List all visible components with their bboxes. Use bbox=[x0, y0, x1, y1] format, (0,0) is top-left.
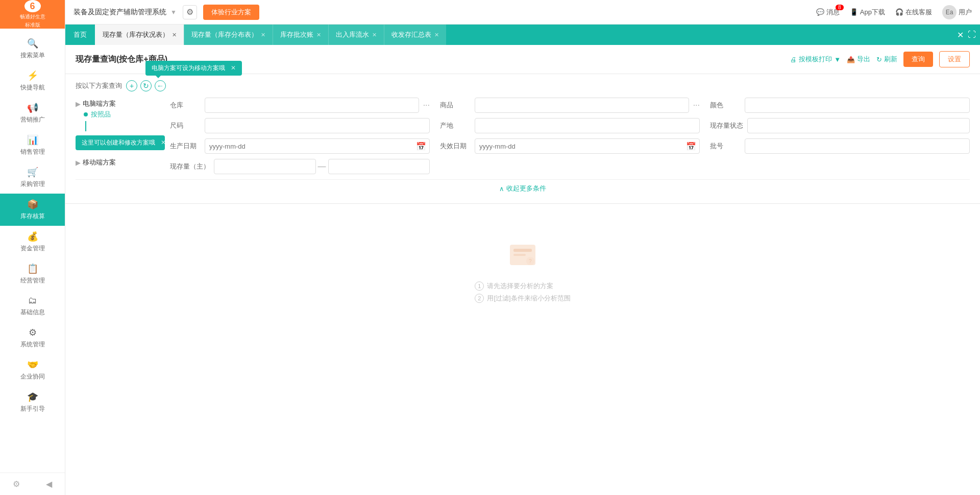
user-menu[interactable]: Ea 用户 bbox=[942, 5, 972, 19]
color-select[interactable] bbox=[745, 98, 970, 113]
expire-date-input[interactable]: 📅 bbox=[475, 138, 700, 154]
tab-close-icon[interactable]: ✕ bbox=[172, 32, 177, 38]
stock-status-select[interactable] bbox=[747, 118, 970, 133]
sidebar-settings-btn[interactable]: ⚙ bbox=[13, 479, 20, 489]
batch-input[interactable] bbox=[745, 138, 970, 154]
goods-input[interactable] bbox=[475, 98, 689, 113]
sidebar-item-system[interactable]: ⚙ 系统管理 bbox=[0, 322, 65, 354]
warehouse-input[interactable] bbox=[205, 98, 419, 113]
message-btn[interactable]: 💬 消息 8 bbox=[816, 8, 840, 17]
add-scheme-btn[interactable]: + bbox=[126, 80, 137, 91]
empty-hint-2-text: 用[过滤]条件来缩小分析范围 bbox=[487, 294, 570, 303]
tab-close-icon[interactable]: ✕ bbox=[372, 32, 377, 38]
sidebar-item-label: 库存核算 bbox=[20, 212, 45, 221]
sidebar-bottom: ⚙ ◀ bbox=[0, 473, 65, 495]
sidebar-item-label: 系统管理 bbox=[20, 340, 45, 349]
sidebar-collapse-btn[interactable]: ◀ bbox=[46, 479, 52, 489]
refresh-btn[interactable]: ↻ 刷新 bbox=[876, 55, 897, 64]
tab-label: 出入库流水 bbox=[336, 30, 369, 39]
empty-state: ? 1 请先选择要分析的方案 2 用[过滤]条件来缩小分析范围 bbox=[65, 204, 980, 334]
expire-date-text-input[interactable] bbox=[475, 143, 683, 150]
quicknav-icon: ⚡ bbox=[27, 70, 38, 81]
tab-home[interactable]: 首页 bbox=[65, 25, 95, 45]
empty-hint-2: 2 用[过滤]条件来缩小分析范围 bbox=[475, 294, 570, 303]
tooltip-edit-text: 这里可以创建和修改方案哦 bbox=[82, 139, 155, 146]
expire-date-calendar-icon[interactable]: 📅 bbox=[683, 142, 699, 151]
app-download-btn[interactable]: 📱 App下载 bbox=[850, 8, 885, 17]
tab-inventory-dist[interactable]: 现存量（库存分布表） ✕ bbox=[184, 25, 273, 45]
export-btn[interactable]: 📤 导出 bbox=[847, 55, 870, 64]
tooltip-edit-close[interactable]: ✕ bbox=[161, 139, 166, 146]
system-selector-arrow: ▼ bbox=[170, 9, 177, 16]
sidebar-item-sales[interactable]: 📊 销售管理 bbox=[0, 129, 65, 161]
gear-button[interactable]: ⚙ bbox=[183, 5, 197, 19]
tab-bar-right: ✕ ⛶ bbox=[953, 30, 980, 40]
refresh-scheme-btn[interactable]: ↻ bbox=[140, 80, 152, 91]
tab-close-icon[interactable]: ✕ bbox=[261, 32, 265, 38]
goods-dots[interactable]: ··· bbox=[693, 101, 700, 110]
warehouse-label: 仓库 bbox=[170, 101, 201, 110]
tab-close-all-icon[interactable]: ✕ bbox=[957, 30, 964, 40]
sidebar-item-guide[interactable]: 🎓 新手引导 bbox=[0, 386, 65, 418]
phone-icon: 📱 bbox=[850, 8, 858, 16]
tab-fullscreen-icon[interactable]: ⛶ bbox=[968, 30, 976, 39]
tab-close-icon[interactable]: ✕ bbox=[316, 32, 321, 38]
size-select[interactable] bbox=[205, 118, 430, 133]
sidebar-item-label: 企业协同 bbox=[20, 372, 45, 381]
sidebar-item-operations[interactable]: 📋 经营管理 bbox=[0, 258, 65, 290]
stock-main-min-input[interactable] bbox=[214, 159, 316, 174]
tab-inout-flow[interactable]: 出入库流水 ✕ bbox=[328, 25, 384, 45]
tab-close-icon[interactable]: ✕ bbox=[434, 32, 439, 38]
active-scheme-dot bbox=[84, 112, 88, 116]
industry-btn[interactable]: 体验行业方案 bbox=[203, 5, 259, 20]
sidebar-item-quicknav[interactable]: ⚡ 快捷导航 bbox=[0, 65, 65, 97]
settings-btn[interactable]: 设置 bbox=[939, 51, 970, 67]
sidebar-item-collab[interactable]: 🤝 企业协同 bbox=[0, 354, 65, 386]
print-btn[interactable]: 🖨 按模板打印 ▼ bbox=[790, 55, 841, 64]
user-avatar-abbr: Ea bbox=[946, 9, 953, 16]
desktop-scheme-label: 电脑端方案 bbox=[83, 99, 116, 108]
warehouse-text-input[interactable] bbox=[205, 102, 419, 109]
scheme-name-active[interactable]: 按照品 bbox=[91, 110, 111, 119]
goods-text-input[interactable] bbox=[475, 102, 689, 109]
back-scheme-btn[interactable]: ← bbox=[155, 80, 166, 91]
collab-icon: 🤝 bbox=[27, 359, 38, 370]
scheme-desktop[interactable]: ▶ 电脑端方案 bbox=[76, 98, 165, 110]
svg-rect-2 bbox=[513, 254, 526, 256]
refresh-label: 刷新 bbox=[884, 55, 897, 64]
stock-range-sep: — bbox=[318, 162, 326, 171]
filter-row-size: 尺码 bbox=[170, 118, 430, 133]
sidebar-item-purchase[interactable]: 🛒 采购管理 bbox=[0, 161, 65, 194]
sales-icon: 📊 bbox=[27, 134, 38, 146]
sidebar-item-label: 新手引导 bbox=[20, 405, 45, 413]
sidebar-item-finance[interactable]: 💰 资金管理 bbox=[0, 226, 65, 258]
tab-summary[interactable]: 收发存汇总表 ✕ bbox=[384, 25, 446, 45]
origin-select[interactable] bbox=[475, 118, 700, 133]
page-actions: 🖨 按模板打印 ▼ 📤 导出 ↻ 刷新 查询 设置 bbox=[790, 51, 970, 67]
prod-date-input[interactable]: 📅 bbox=[205, 138, 430, 154]
app-name: 畅通好生意 bbox=[20, 13, 45, 20]
tab-batch-account[interactable]: 库存批次账 ✕ bbox=[273, 25, 328, 45]
user-avatar: Ea bbox=[942, 5, 957, 19]
prod-date-text-input[interactable] bbox=[205, 143, 413, 150]
stock-main-max-input[interactable] bbox=[328, 159, 430, 174]
prod-date-calendar-icon[interactable]: 📅 bbox=[413, 142, 429, 151]
sidebar-item-search[interactable]: 🔍 搜索菜单 bbox=[0, 33, 65, 65]
sidebar-item-label: 经营管理 bbox=[20, 276, 45, 285]
sidebar-item-marketing[interactable]: 📢 营销推广 bbox=[0, 97, 65, 129]
online-support-btn[interactable]: 🎧 在线客服 bbox=[895, 8, 932, 17]
filter-label: 按以下方案查询 bbox=[76, 81, 122, 90]
sidebar-item-inventory[interactable]: 📦 库存核算 bbox=[0, 194, 65, 226]
tooltip-scheme-close[interactable]: ✕ bbox=[231, 64, 236, 72]
warehouse-dots[interactable]: ··· bbox=[423, 101, 430, 110]
collapse-arrow-icon: ∧ bbox=[499, 185, 504, 193]
collapse-bar[interactable]: ∧ 收起更多条件 bbox=[76, 179, 970, 197]
inventory-icon: 📦 bbox=[27, 199, 38, 210]
sidebar-item-basic[interactable]: 🗂 基础信息 bbox=[0, 290, 65, 322]
search-btn[interactable]: 查询 bbox=[903, 52, 933, 67]
tab-inventory-status[interactable]: 现存量（库存状况表） ✕ bbox=[95, 25, 184, 45]
mobile-scheme-label: 移动端方案 bbox=[83, 158, 116, 167]
system-selector[interactable]: 装备及固定资产辅助管理系统 ▼ bbox=[74, 8, 177, 17]
refresh-icon: ↻ bbox=[876, 56, 882, 63]
scheme-mobile[interactable]: ▶ 移动端方案 bbox=[76, 156, 165, 169]
